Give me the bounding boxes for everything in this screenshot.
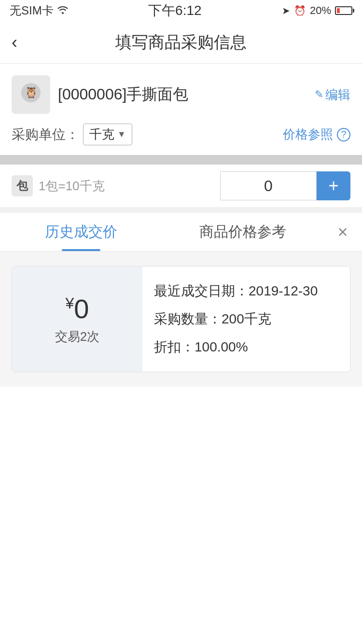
wifi-icon [57, 4, 68, 17]
price-ref-label: 价格参照 [283, 126, 333, 143]
card-details: 最近成交日期：2019-12-30 采购数量：200千克 折扣：100.00% [142, 266, 350, 372]
edit-button[interactable]: ✎ 编辑 [315, 86, 350, 103]
trade-count: 交易2次 [55, 328, 99, 345]
product-section: 🦉 [0000006]手撕面包 ✎ 编辑 采购单位： 千克 ▼ 价格参照 ? [0, 64, 362, 155]
main-content-area [0, 387, 362, 644]
carrier-text: 无SIM卡 [10, 3, 54, 18]
battery-icon [335, 6, 352, 15]
purchase-qty-row: 采购数量：200千克 [154, 309, 338, 329]
unit-selector-group: 采购单位： 千克 ▼ [12, 124, 132, 145]
page-title: 填写商品采购信息 [115, 31, 247, 54]
tab-history-price[interactable]: 历史成交价 [0, 213, 162, 251]
edit-icon: ✎ [315, 88, 323, 101]
nav-bar: ‹ 填写商品采购信息 [0, 21, 362, 64]
product-name: [0000006]手撕面包 [58, 84, 188, 105]
quantity-label-group: 包 1包=10千克 [12, 175, 105, 196]
unit-label: 采购单位： [12, 126, 79, 144]
svg-text:🦉: 🦉 [25, 86, 38, 99]
product-unit-row: 采购单位： 千克 ▼ 价格参照 ? [12, 124, 350, 145]
tab-close-button[interactable]: × [323, 222, 362, 242]
history-content: ¥0 交易2次 最近成交日期：2019-12-30 采购数量：200千克 折扣：… [0, 252, 362, 387]
product-logo: 🦉 [12, 75, 50, 114]
location-icon: ➤ [282, 5, 290, 16]
tab-product-price-ref[interactable]: 商品价格参考 [162, 213, 323, 251]
edit-label: 编辑 [325, 86, 350, 103]
back-button[interactable]: ‹ [12, 32, 17, 53]
quantity-input[interactable]: 0 [220, 171, 317, 200]
unit-value: 千克 [89, 126, 114, 143]
status-right: ➤ ⏰ 20% [282, 4, 352, 17]
section-divider [0, 155, 362, 165]
help-icon: ? [337, 128, 350, 141]
tab-active-indicator [62, 249, 100, 251]
unit-drop-arrow: ▼ [117, 129, 126, 140]
product-left: 🦉 [0000006]手撕面包 [12, 75, 188, 114]
status-left: 无SIM卡 [10, 3, 68, 18]
quantity-input-group: 0 + [220, 171, 350, 200]
recent-date-value: 2019-12-30 [249, 283, 318, 298]
status-bar: 无SIM卡 下午6:12 ➤ ⏰ 20% [0, 0, 362, 21]
recent-date-label: 最近成交日期： [154, 283, 249, 298]
recent-date-row: 最近成交日期：2019-12-30 [154, 281, 338, 301]
history-card: ¥0 交易2次 最近成交日期：2019-12-30 采购数量：200千克 折扣：… [12, 266, 350, 372]
card-price-summary: ¥0 交易2次 [12, 266, 142, 372]
tab-bar: 历史成交价 商品价格参考 × [0, 213, 362, 252]
quantity-plus-button[interactable]: + [317, 171, 350, 200]
price-value: 0 [74, 294, 89, 324]
price-ref-button[interactable]: 价格参照 ? [283, 126, 350, 143]
quantity-section: 包 1包=10千克 0 + [0, 165, 362, 207]
purchase-qty-label: 采购数量： [154, 311, 222, 326]
purchase-qty-value: 200千克 [222, 311, 271, 326]
unit-select[interactable]: 千克 ▼ [83, 124, 132, 145]
product-logo-icon: 🦉 [19, 81, 43, 109]
alarm-icon: ⏰ [294, 5, 306, 16]
tab-price-ref-label: 商品价格参考 [199, 222, 286, 242]
discount-value: 100.00% [195, 339, 248, 354]
discount-label: 折扣： [154, 339, 195, 354]
discount-row: 折扣：100.00% [154, 337, 338, 357]
status-time: 下午6:12 [148, 1, 202, 20]
quantity-unit-badge: 包 [12, 175, 33, 196]
quantity-conversion: 1包=10千克 [39, 178, 105, 195]
history-price: ¥0 [66, 293, 89, 324]
tab-section: 历史成交价 商品价格参考 × ¥0 交易2次 最近成交日期：2019-12-30… [0, 213, 362, 387]
product-header: 🦉 [0000006]手撕面包 ✎ 编辑 [12, 75, 350, 114]
price-symbol: ¥ [66, 294, 74, 312]
battery-percent: 20% [310, 4, 331, 17]
tab-history-label: 历史成交价 [45, 222, 117, 242]
